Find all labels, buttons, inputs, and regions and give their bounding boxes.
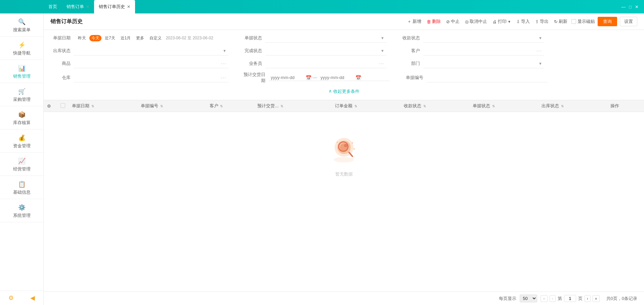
date-range-text: 2023-06-02 至 2023-06-02 xyxy=(166,35,213,41)
bill-status-arrow-icon: ▼ xyxy=(381,36,384,40)
th-expected-date[interactable]: 预计交货... ⇅ xyxy=(254,100,332,112)
sidebar-item-purchase-mgmt[interactable]: 🛒 采购管理 xyxy=(0,83,43,106)
sidebar-bottom: ⚙ ◀ xyxy=(0,291,43,305)
per-page-label: 每页显示 xyxy=(499,296,516,302)
sidebar-settings-icon[interactable]: ⚙ xyxy=(8,294,14,302)
date-tab-custom[interactable]: 自定义 xyxy=(147,35,164,41)
refresh-button[interactable]: ↻ 刷新 xyxy=(553,18,569,25)
date-tab-yesterday[interactable]: 昨天 xyxy=(76,35,88,41)
tab-sales-order[interactable]: 销售订单 ✕ xyxy=(62,0,94,13)
maximize-btn[interactable]: □ xyxy=(629,4,632,9)
page-number-input[interactable] xyxy=(564,295,576,302)
bill-status-label: 单据状态 xyxy=(242,35,265,41)
sidebar-item-sales-mgmt[interactable]: 📊 销售管理 xyxy=(0,60,43,83)
th-bill-no[interactable]: 单据编号 ⇅ xyxy=(137,100,206,112)
page-title: 销售订单历史 xyxy=(50,18,83,25)
prev-page-button[interactable]: ‹ xyxy=(550,295,556,302)
customer-label: 客户 xyxy=(400,48,423,54)
sidebar-item-ops-mgmt[interactable]: 📈 经营管理 xyxy=(0,153,43,176)
purchase-mgmt-icon: 🛒 xyxy=(18,88,26,95)
sidebar-item-inventory-check[interactable]: 📦 库存核算 xyxy=(0,106,43,129)
expected-date-end[interactable] xyxy=(318,74,355,81)
th-customer[interactable]: 客户 ⇅ xyxy=(206,100,254,112)
th-customer-label: 客户 xyxy=(210,103,218,108)
calendar-end-icon[interactable]: 📅 xyxy=(355,75,361,80)
settings-button[interactable]: 设置 xyxy=(620,17,637,26)
query-button[interactable]: 查询 xyxy=(598,17,617,26)
th-order-amount[interactable]: 订单金额 ⇅ xyxy=(332,100,400,112)
close-btn[interactable]: ✕ xyxy=(635,4,639,9)
collapse-row[interactable]: ∧ 收起更多条件 xyxy=(50,87,637,97)
filter-row-1: 单据日期 昨天 今天 近7天 近1月 更多 自定义 2023-06-02 至 2… xyxy=(50,33,637,43)
print-button[interactable]: 🖨 打印 ▼ xyxy=(491,18,512,25)
th-checkbox[interactable] xyxy=(57,100,69,112)
last-page-button[interactable]: » xyxy=(593,295,600,302)
sidebar-item-quick-nav[interactable]: ⚡ 快捷导航 xyxy=(0,37,43,60)
sidebar-collapse-icon[interactable]: ◀ xyxy=(30,294,35,302)
display-toggle[interactable]: 显示磁贴 xyxy=(571,18,595,25)
complete-status-select[interactable]: ▼ xyxy=(265,46,386,55)
tab-sales-order-history[interactable]: 销售订单历史 ✕ xyxy=(94,0,135,13)
stop-label: 中止 xyxy=(451,18,460,25)
date-tab-last-month[interactable]: 近1月 xyxy=(119,35,133,41)
expected-date-range: 📅 — 📅 xyxy=(269,74,390,81)
date-tab-today[interactable]: 今天 xyxy=(89,35,101,41)
total-text: 共0页，0条记录 xyxy=(606,296,637,302)
receipt-status-select[interactable]: ▼ xyxy=(423,33,544,43)
header-checkbox[interactable] xyxy=(60,103,65,108)
date-tab-last7[interactable]: 近7天 xyxy=(103,35,117,41)
table-body: 暂无数据 xyxy=(44,112,644,191)
goods-input[interactable]: ··· xyxy=(74,59,228,68)
per-page-select[interactable]: 50 10 20 100 xyxy=(520,295,537,302)
date-tab-more[interactable]: 更多 xyxy=(134,35,146,41)
tab-sales-order-close[interactable]: ✕ xyxy=(86,4,89,9)
inventory-check-icon: 📦 xyxy=(18,111,26,118)
sidebar-item-sys-mgmt[interactable]: ⚙️ 系统管理 xyxy=(0,199,43,222)
export-button[interactable]: ⇧ 导出 xyxy=(534,18,550,25)
fund-mgmt-icon: 💰 xyxy=(18,134,26,142)
first-page-button[interactable]: « xyxy=(541,295,548,302)
customer-input[interactable]: ··· xyxy=(423,46,544,55)
department-select[interactable]: ▼ xyxy=(423,59,544,68)
refresh-label: 刷新 xyxy=(559,18,567,25)
th-out-stock-status[interactable]: 出库状态 ⇅ xyxy=(538,100,607,112)
bill-no-input[interactable] xyxy=(427,73,548,82)
expected-date-start[interactable] xyxy=(269,74,306,81)
th-receipt-status[interactable]: 收款状态 ⇅ xyxy=(400,100,469,112)
salesperson-input[interactable]: ··· xyxy=(265,59,386,68)
top-bar: 首页 销售订单 ✕ 销售订单历史 ✕ — □ ✕ xyxy=(0,0,644,13)
empty-state-row: 暂无数据 xyxy=(44,112,644,191)
th-order-amount-label: 订单金额 xyxy=(335,103,352,108)
import-button[interactable]: ⇩ 导入 xyxy=(515,18,531,25)
delete-button[interactable]: 🗑 删除 xyxy=(425,18,442,25)
bill-status-select[interactable]: ▼ xyxy=(265,33,386,43)
stop-button[interactable]: ⊘ 中止 xyxy=(445,18,461,25)
calendar-start-icon[interactable]: 📅 xyxy=(306,75,311,80)
tab-sales-order-history-close[interactable]: ✕ xyxy=(127,4,130,9)
sidebar-item-purchase-mgmt-label: 采购管理 xyxy=(13,97,31,103)
new-icon: ＋ xyxy=(407,18,412,25)
out-stock-select[interactable]: ▼ xyxy=(74,46,228,55)
th-bill-status[interactable]: 单据状态 ⇅ xyxy=(469,100,538,112)
toolbar: ＋ 新增 🗑 删除 ⊘ 中止 ◎ 取消中止 xyxy=(406,17,637,26)
svg-point-9 xyxy=(353,148,355,150)
warehouse-input[interactable]: ··· xyxy=(74,73,228,82)
cancel-stop-button[interactable]: ◎ 取消中止 xyxy=(464,18,488,25)
minimize-btn[interactable]: — xyxy=(621,4,626,9)
th-gear[interactable]: ⚙ xyxy=(44,100,57,112)
filter-row-2: 出库状态 ▼ 完成状态 ▼ 客户 ··· xyxy=(50,46,637,55)
display-checkbox[interactable] xyxy=(571,19,576,24)
sidebar-item-base-info[interactable]: 📋 基础信息 xyxy=(0,176,43,199)
sidebar-item-search-menu[interactable]: 🔍 搜索菜单 xyxy=(0,13,43,37)
page-label: 第 xyxy=(558,296,562,302)
customer-dots-icon: ··· xyxy=(536,48,542,53)
export-label: 导出 xyxy=(540,18,549,25)
tab-home[interactable]: 首页 xyxy=(44,0,62,13)
th-bill-date[interactable]: 单据日期 ⇅ xyxy=(69,100,137,112)
refresh-icon: ↻ xyxy=(554,19,558,24)
cancel-stop-label: 取消中止 xyxy=(470,18,487,25)
new-button[interactable]: ＋ 新增 xyxy=(406,18,423,25)
sidebar-item-fund-mgmt[interactable]: 💰 资金管理 xyxy=(0,129,43,153)
out-stock-sort-icon: ⇅ xyxy=(561,104,564,108)
next-page-button[interactable]: › xyxy=(585,295,591,302)
